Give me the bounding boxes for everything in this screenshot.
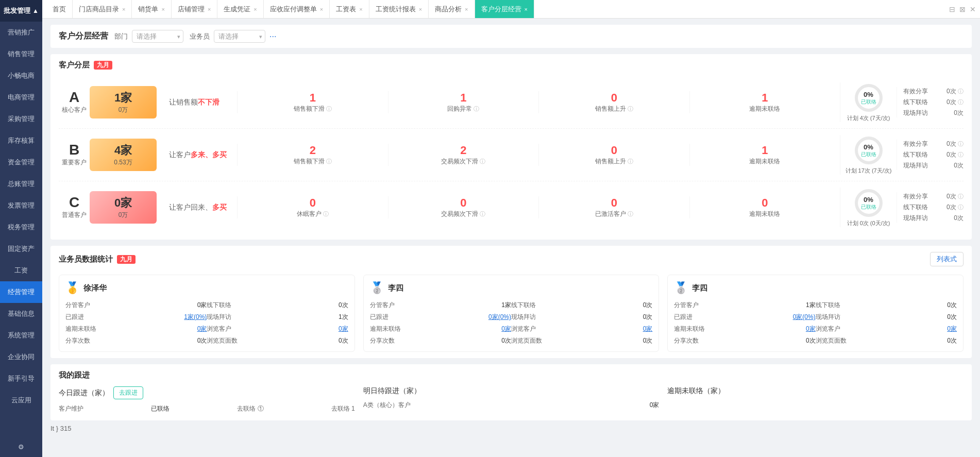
tier-B-label: B 重要客户 <box>59 143 90 167</box>
tab-store-mgmt[interactable]: 店铺管理× <box>172 0 217 19</box>
sidebar-item-invoice[interactable]: 发票管理 <box>0 195 42 216</box>
tab-payroll-report[interactable]: 工资统计报表× <box>369 0 429 19</box>
salesperson-card-1: 🥈 李四 分管客户1家 线下联络0次 已跟进0家(0%) 现场拜访0次 逾期未联… <box>363 275 660 352</box>
followup-grid: 今日跟进（家） 去跟进 客户维护已联络去联络 ①去联络 1 明日待跟进（家） A… <box>59 386 964 414</box>
tab-sales-order[interactable]: 销货单× <box>132 0 171 19</box>
more-options-icon[interactable]: ··· <box>269 32 276 41</box>
goto-followup-button[interactable]: 去跟进 <box>113 386 143 399</box>
sidebar-item-cloud[interactable]: 云应用 <box>0 390 42 411</box>
sidebar-item-salary[interactable]: 工资 <box>0 260 42 281</box>
followup-today-row-1: 客户维护已联络去联络 ①去联络 1 <box>59 403 355 414</box>
tab-store-products[interactable]: 门店商品目录× <box>73 0 132 19</box>
tier-A-circle: 0% 已联络 计划 4次 (7天/次) <box>840 82 897 122</box>
tab-close-payroll-report[interactable]: × <box>419 6 422 12</box>
close-icon[interactable]: ✕ <box>970 5 976 13</box>
main-area: 首页 门店商品目录× 销货单× 店铺管理× 生成凭证× 应收应付调整单× 工资表… <box>42 0 980 457</box>
sp-header-2: 🥈 李四 <box>674 281 957 295</box>
tier-B-count-box[interactable]: 4家 0.53万 <box>90 139 157 171</box>
followup-today-title: 今日跟进（家） 去跟进 <box>59 386 355 399</box>
list-view-button[interactable]: 列表式 <box>930 252 964 266</box>
tier-C-label: C 普通客户 <box>59 195 90 219</box>
sidebar-item-marketing[interactable]: 营销推广 <box>0 22 42 43</box>
sidebar-item-ecommerce-small[interactable]: 小畅电商 <box>0 65 42 87</box>
bottom-text: It } 315 <box>50 420 972 436</box>
tier-B-stat-2[interactable]: 2 交易频次下滑ⓘ <box>388 144 539 166</box>
tier-C-stat-3[interactable]: 0 已激活客户ⓘ <box>538 196 689 218</box>
dept-select-wrapper: 请选择 <box>132 30 183 43</box>
sidebar-title: 批发管理 <box>4 6 30 15</box>
dept-label: 部门 <box>114 32 128 41</box>
tier-A-mini-stats: 有效分享0次 ⓘ 线下联络0次 ⓘ 现场拜访0次 <box>897 87 964 117</box>
sidebar-item-management[interactable]: 经营管理 <box>0 281 42 303</box>
tier-B-stat-1[interactable]: 2 销售额下滑ⓘ <box>237 144 388 166</box>
tab-home[interactable]: 首页 <box>46 0 73 19</box>
tier-A-count-box[interactable]: 1家 0万 <box>90 86 157 119</box>
tier-C-count-box[interactable]: 0家 0万 <box>90 191 157 224</box>
tab-payroll[interactable]: 工资表× <box>330 0 369 19</box>
sidebar-item-basics[interactable]: 基础信息 <box>0 303 42 325</box>
tier-C-stat-1[interactable]: 0 休眠客户ⓘ <box>237 196 388 218</box>
page-header: 客户分层经营 部门 请选择 业务员 请选择 ··· <box>50 25 972 48</box>
followup-overdue-title: 逾期未联络（家） <box>667 386 964 396</box>
tab-close-voucher[interactable]: × <box>254 6 257 12</box>
tier-A-stat-3[interactable]: 0 销售额上升ⓘ <box>538 91 689 113</box>
sales-title: 业务员数据统计 九月 <box>59 255 136 264</box>
tab-customer-tier[interactable]: 客户分层经营× <box>475 0 534 19</box>
maximize-icon[interactable]: ⊠ <box>959 5 966 13</box>
tier-B-stats: 2 销售额下滑ⓘ 2 交易频次下滑ⓘ 0 销售额上升ⓘ 1 逾期未联络 <box>237 144 840 166</box>
sidebar-item-sales[interactable]: 销售管理 <box>0 43 42 65</box>
followup-section: 我的跟进 今日跟进（家） 去跟进 客户维护已联络去联络 ①去联络 1 明日待跟进… <box>50 364 972 420</box>
tier-B-stat-3[interactable]: 0 销售额上升ⓘ <box>538 144 689 166</box>
tier-A-stat-2[interactable]: 1 回购异常ⓘ <box>388 91 539 113</box>
sidebar-item-inventory[interactable]: 库存核算 <box>0 130 42 151</box>
minimize-icon[interactable]: ⊟ <box>949 5 955 13</box>
sp-avatar-1: 🥈 <box>370 281 384 295</box>
tier-B-stat-4[interactable]: 1 逾期未联络 <box>689 144 840 166</box>
sp-name-1: 李四 <box>388 283 403 293</box>
tab-product-analysis[interactable]: 商品分析× <box>429 0 475 19</box>
tab-close-payroll[interactable]: × <box>359 6 362 12</box>
sp-name-0: 徐泽华 <box>83 283 107 293</box>
followup-card-today: 今日跟进（家） 去跟进 客户维护已联络去联络 ①去联络 1 <box>59 386 355 414</box>
tab-close-store-products[interactable]: × <box>122 6 125 12</box>
sp-header-0: 🥇 徐泽华 <box>65 281 348 295</box>
sp-stats-1: 分管客户1家 线下联络0次 已跟进0家(0%) 现场拜访0次 逾期未联络0家 浏… <box>370 301 653 345</box>
salesperson-card-2: 🥈 李四 分管客户1家 线下联络0次 已跟进0家(0%) 现场拜访0次 逾期未联… <box>667 275 964 352</box>
sidebar-item-purchase[interactable]: 采购管理 <box>0 108 42 130</box>
followup-title: 我的跟进 <box>59 370 964 380</box>
sales-section: 业务员数据统计 九月 列表式 🥇 徐泽华 分管客户0家 线下联络0次 已跟进1家… <box>50 246 972 358</box>
tab-close-customer-tier[interactable]: × <box>525 6 528 12</box>
tier-C-stat-2[interactable]: 0 交易频次下滑ⓘ <box>388 196 539 218</box>
settings-button[interactable]: ⚙ <box>0 437 42 457</box>
tier-A-stat-1[interactable]: 1 销售额下滑ⓘ <box>237 91 388 113</box>
tier-C-circle: 0% 已联络 计划 0次 (0天/次) <box>840 188 897 227</box>
sidebar-item-system[interactable]: 系统管理 <box>0 325 42 346</box>
customer-month-badge: 九月 <box>94 61 112 70</box>
tab-close-product-analysis[interactable]: × <box>465 6 468 12</box>
salesperson-card-0: 🥇 徐泽华 分管客户0家 线下联络0次 已跟进1家(0%) 现场拜访1次 逾期未… <box>59 275 355 352</box>
salesperson-select[interactable]: 请选择 <box>214 30 265 43</box>
tier-B-circle: 0% 已联络 计划 17次 (7天/次) <box>840 135 897 175</box>
sidebar-item-ledger[interactable]: 总账管理 <box>0 173 42 195</box>
tab-close-store-mgmt[interactable]: × <box>208 6 211 12</box>
tier-C-slogan: 让客户回来、多买 <box>165 203 237 212</box>
salesperson-label: 业务员 <box>190 32 210 41</box>
followup-tomorrow-row-1: A类（核心）客户0家 <box>363 400 660 411</box>
sidebar-item-assets[interactable]: 固定资产 <box>0 238 42 260</box>
sidebar-item-finance[interactable]: 资金管理 <box>0 151 42 173</box>
sidebar-item-guide[interactable]: 新手引导 <box>0 368 42 390</box>
sp-avatar-0: 🥇 <box>65 281 79 295</box>
dept-select[interactable]: 请选择 <box>132 30 183 43</box>
tab-close-sales-order[interactable]: × <box>161 6 164 12</box>
tier-A-label: A 核心客户 <box>59 90 90 114</box>
tab-voucher[interactable]: 生成凭证× <box>217 0 263 19</box>
expand-icon[interactable]: ▲ <box>32 7 39 14</box>
sp-avatar-2: 🥈 <box>674 281 688 295</box>
tab-close-ar-ap[interactable]: × <box>320 6 323 12</box>
sidebar-item-ecommerce[interactable]: 电商管理 <box>0 87 42 108</box>
sidebar-item-collab[interactable]: 企业协同 <box>0 346 42 368</box>
tier-C-stat-4[interactable]: 0 逾期未联络 <box>689 196 840 218</box>
tier-A-stat-4[interactable]: 1 逾期未联络 <box>689 91 840 113</box>
sidebar-item-tax[interactable]: 税务管理 <box>0 216 42 238</box>
tab-ar-ap[interactable]: 应收应付调整单× <box>264 0 330 19</box>
